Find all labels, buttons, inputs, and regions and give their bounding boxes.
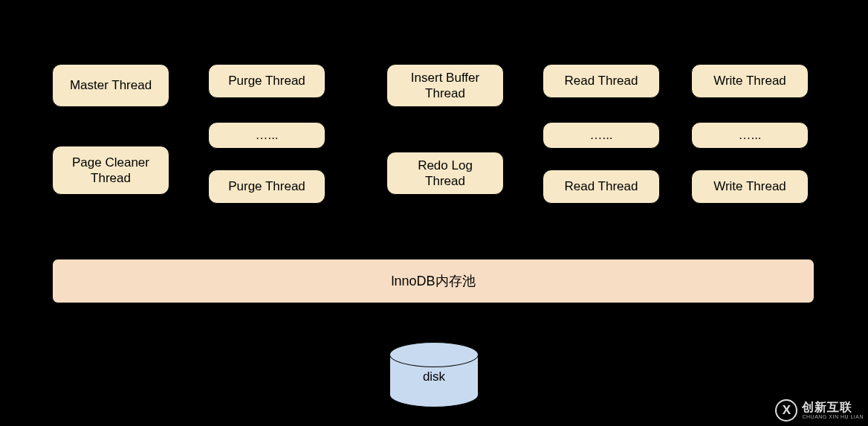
redo-log-thread-label: Redo Log Thread bbox=[418, 158, 473, 190]
write-dots-label: …... bbox=[738, 127, 761, 143]
watermark-main: 创新互联 bbox=[802, 401, 864, 414]
redo-log-thread-box: Redo Log Thread bbox=[386, 152, 504, 195]
insert-buffer-thread-box: Insert Buffer Thread bbox=[386, 64, 504, 107]
page-cleaner-thread-label: Page Cleaner Thread bbox=[72, 155, 149, 187]
innodb-memory-pool: lnnoDB内存池 bbox=[52, 259, 814, 303]
purge-dots-label: …... bbox=[255, 127, 278, 143]
read-thread-2-box: Read Thread bbox=[542, 170, 660, 204]
watermark-sub: CHUANG XIN HU LIAN bbox=[802, 414, 864, 419]
purge-dots-box: …... bbox=[208, 122, 326, 149]
write-thread-1-box: Write Thread bbox=[691, 64, 809, 98]
read-thread-1-box: Read Thread bbox=[542, 64, 660, 98]
purge-thread-1-label: Purge Thread bbox=[228, 73, 305, 88]
disk-cylinder: disk bbox=[389, 342, 479, 407]
insert-buffer-thread-label: Insert Buffer Thread bbox=[411, 70, 479, 102]
write-thread-2-label: Write Thread bbox=[713, 178, 786, 194]
purge-thread-1-box: Purge Thread bbox=[208, 64, 326, 98]
disk-top-ellipse bbox=[389, 342, 479, 367]
disk-label: disk bbox=[423, 369, 445, 384]
read-thread-1-label: Read Thread bbox=[565, 73, 638, 88]
write-dots-box: …... bbox=[691, 122, 809, 149]
page-cleaner-thread-box: Page Cleaner Thread bbox=[52, 146, 169, 195]
read-dots-box: …... bbox=[542, 122, 660, 149]
innodb-diagram: Master Thread Page Cleaner Thread Purge … bbox=[0, 0, 868, 426]
write-thread-1-label: Write Thread bbox=[713, 73, 786, 88]
write-thread-2-box: Write Thread bbox=[691, 170, 809, 204]
master-thread-label: Master Thread bbox=[70, 77, 152, 93]
purge-thread-2-box: Purge Thread bbox=[208, 170, 326, 204]
watermark: X 创新互联 CHUANG XIN HU LIAN bbox=[775, 399, 864, 422]
memory-pool-label: lnnoDB内存池 bbox=[391, 272, 475, 290]
master-thread-box: Master Thread bbox=[52, 64, 169, 107]
read-dots-label: …... bbox=[589, 127, 612, 143]
read-thread-2-label: Read Thread bbox=[565, 178, 638, 194]
purge-thread-2-label: Purge Thread bbox=[228, 178, 305, 194]
watermark-text: 创新互联 CHUANG XIN HU LIAN bbox=[802, 401, 864, 419]
watermark-icon: X bbox=[775, 399, 797, 422]
